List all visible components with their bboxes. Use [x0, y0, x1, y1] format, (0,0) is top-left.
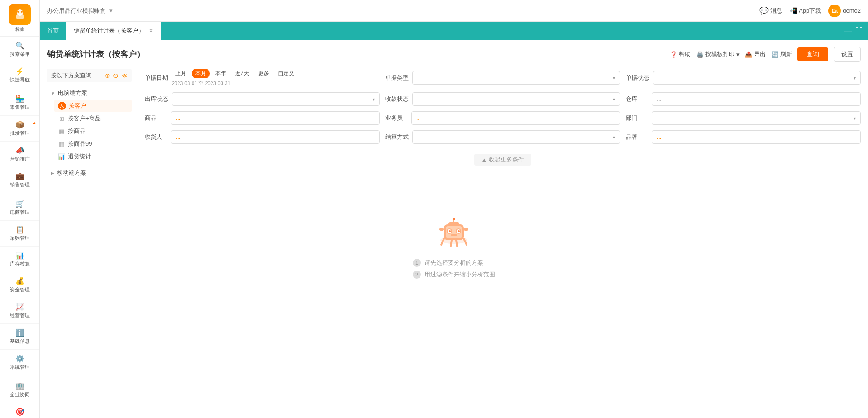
- tab-bar: 首页 销货单统计计表（按客户） ✕ — ⛶: [40, 22, 868, 40]
- doc-type-select[interactable]: ▾: [412, 71, 620, 85]
- mobile-group-arrow: ▶: [51, 171, 54, 176]
- app-logo-icon: [9, 4, 31, 25]
- scheme-item-by-product[interactable]: ▦ 按商品: [54, 125, 132, 138]
- warehouse-input[interactable]: ...: [652, 92, 861, 106]
- date-tab-last-month[interactable]: 上月: [172, 69, 190, 78]
- marketing-icon: 📣: [15, 146, 24, 155]
- user-avatar: Ea: [828, 5, 841, 17]
- sidebar-item-operations[interactable]: 📈 经营管理: [0, 298, 39, 324]
- filter-item-staff: 业务员 ...: [385, 111, 620, 125]
- sidebar-item-system[interactable]: ⚙️ 系统管理: [0, 350, 39, 375]
- receipt-select[interactable]: ▾: [412, 92, 620, 106]
- date-tab-this-year[interactable]: 本年: [212, 69, 230, 78]
- outstock-label: 出库状态: [145, 95, 168, 103]
- scheme-item-by-customer[interactable]: 人 按客户: [54, 100, 132, 112]
- product-input[interactable]: ...: [171, 111, 380, 125]
- sidebar-item-wholesale-label: 批发管理: [10, 130, 30, 137]
- date-tab-this-month[interactable]: 本月: [192, 69, 210, 78]
- export-action[interactable]: 📤 导出: [745, 50, 766, 58]
- mobile-scheme-group-label[interactable]: ▶ 移动端方案: [47, 166, 132, 179]
- product-label: 商品: [145, 114, 167, 122]
- scheme-item-by-product-99[interactable]: ▦ 按商品99: [54, 138, 132, 150]
- scheme-add-icon[interactable]: ⊕: [105, 72, 110, 79]
- doc-status-arrow-icon: ▾: [854, 76, 856, 81]
- sidebar-item-search[interactable]: 🔍 搜索菜单: [0, 37, 39, 62]
- sidebar-item-marketing[interactable]: 📣 营销推广: [0, 142, 39, 167]
- date-tab-custom[interactable]: 自定义: [274, 69, 298, 78]
- page-title: 销货单统计计表（按客户）: [47, 49, 145, 60]
- staff-input[interactable]: ...: [411, 111, 620, 125]
- empty-tips: 1 请先选择要分析的方案 2 用过滤条件来缩小分析范围: [413, 259, 495, 279]
- sidebar-item-inventory[interactable]: 📊 库存核算: [0, 247, 39, 272]
- settings-button[interactable]: 设置: [834, 47, 861, 62]
- help-action[interactable]: ❓ 帮助: [670, 50, 691, 58]
- sidebar-item-ecommerce[interactable]: 🛒 电商管理: [0, 195, 39, 221]
- tab-close-icon[interactable]: ✕: [149, 28, 153, 34]
- doc-status-select[interactable]: ▾: [653, 71, 861, 85]
- scheme-item-by-customer-product[interactable]: ⊞ 按客户+商品: [54, 112, 132, 125]
- sidebar-item-shortcuts-label: 快捷导航: [10, 76, 30, 83]
- guide-icon: 🎯: [15, 408, 24, 416]
- sidebar-item-retail[interactable]: 🏪 零售管理: [0, 90, 39, 116]
- finance-icon: 💰: [15, 277, 24, 285]
- template-print-action[interactable]: 🖨️ 按模板打印 ▾: [696, 50, 740, 58]
- doc-type-label: 单据类型: [385, 74, 409, 82]
- date-tab-more[interactable]: 更多: [255, 69, 273, 78]
- sidebar-item-sales[interactable]: 💼 销售管理: [0, 167, 39, 193]
- empty-state: 1 请先选择要分析的方案 2 用过滤条件来缩小分析范围: [47, 179, 861, 306]
- tab-expand-icon[interactable]: ⛶: [855, 27, 863, 35]
- desktop-scheme-group-label[interactable]: ▼ 电脑端方案: [47, 87, 132, 100]
- collapse-button[interactable]: ▲ 收起更多条件: [474, 154, 532, 166]
- inventory-icon: 📊: [15, 251, 24, 260]
- filter-row-4: 收货人 ... 结算方式 ▾: [145, 130, 861, 144]
- filter-item-product: 商品 ...: [145, 111, 380, 125]
- mobile-scheme-group-text: 移动端方案: [57, 169, 86, 177]
- filter-item-receiver: 收货人 ...: [145, 130, 380, 144]
- page-inner: 销货单统计计表（按客户） ❓ 帮助 🖨️ 按模板打印 ▾ 📤 导出: [40, 40, 868, 418]
- refresh-action[interactable]: 🔄 刷新: [771, 50, 792, 58]
- sidebar-item-shortcuts[interactable]: ⚡ 快捷导航: [0, 62, 39, 88]
- user-profile-item[interactable]: Ea demo2: [828, 5, 861, 17]
- page-header: 销货单统计计表（按客户） ❓ 帮助 🖨️ 按模板打印 ▾ 📤 导出: [47, 47, 861, 62]
- sidebar-item-guide[interactable]: 🎯 新手引导: [0, 403, 39, 418]
- tab-home[interactable]: 首页: [40, 22, 66, 40]
- header-dropdown-icon[interactable]: ▾: [109, 7, 113, 14]
- empty-state-icon: [431, 206, 476, 252]
- tab-sales-stats[interactable]: 销货单统计计表（按客户） ✕: [66, 22, 161, 40]
- sidebar-item-purchase[interactable]: 📋 采购管理: [0, 221, 39, 247]
- brand-input[interactable]: ...: [652, 130, 861, 144]
- outstock-select[interactable]: ▾: [172, 92, 380, 106]
- payment-label: 结算方式: [385, 133, 409, 141]
- tab-minimize-icon[interactable]: —: [844, 27, 852, 35]
- sidebar-item-finance[interactable]: 💰 资金管理: [0, 272, 39, 298]
- filter-item-outstock: 出库状态 ▾: [145, 92, 380, 106]
- scheme-refresh-icon[interactable]: ⊙: [113, 72, 118, 79]
- sidebar-item-basic[interactable]: ℹ️ 基础信息: [0, 324, 39, 350]
- date-tab-last-7-days[interactable]: 近7天: [231, 69, 253, 78]
- empty-tip-2-text: 用过滤条件来缩小分析范围: [425, 271, 495, 279]
- payment-select[interactable]: ▾: [412, 130, 620, 144]
- sidebar-item-wholesale[interactable]: 📦 批发管理 ▲: [0, 116, 39, 142]
- mobile-scheme-group: ▶ 移动端方案: [47, 166, 132, 179]
- scheme-item-return-stats[interactable]: 📊 退货统计: [54, 150, 132, 163]
- scheme-collapse-icon[interactable]: ≪: [121, 72, 128, 79]
- app-download-item[interactable]: 📲 App下载: [789, 7, 821, 15]
- retail-icon: 🏪: [15, 95, 24, 103]
- sidebar-item-enterprise[interactable]: 🏢 企业协同: [0, 377, 39, 403]
- receiver-label: 收货人: [145, 133, 167, 141]
- filter-item-date: 单据日期 上月 本月 本年 近7天 更多 自定义: [145, 69, 380, 87]
- query-button[interactable]: 查询: [797, 48, 828, 61]
- message-item[interactable]: 💬 消息: [760, 6, 782, 15]
- filter-item-doc-status: 单据状态 ▾: [626, 71, 861, 85]
- receiver-input[interactable]: ...: [171, 130, 380, 144]
- department-select[interactable]: ▾: [652, 111, 861, 125]
- warehouse-label: 仓库: [626, 95, 648, 103]
- header-title: 办公用品行业模拟账套: [47, 7, 106, 15]
- shortcuts-icon: ⚡: [15, 67, 24, 76]
- staff-dots: ...: [416, 115, 421, 121]
- filter-item-payment: 结算方式 ▾: [385, 130, 620, 144]
- warehouse-dots: ...: [657, 96, 661, 102]
- filter-row-2: 出库状态 ▾ 收款状态 ▾: [145, 92, 861, 106]
- download-icon: 📲: [789, 7, 797, 14]
- filter-row-3: 商品 ... 业务员 ...: [145, 111, 861, 125]
